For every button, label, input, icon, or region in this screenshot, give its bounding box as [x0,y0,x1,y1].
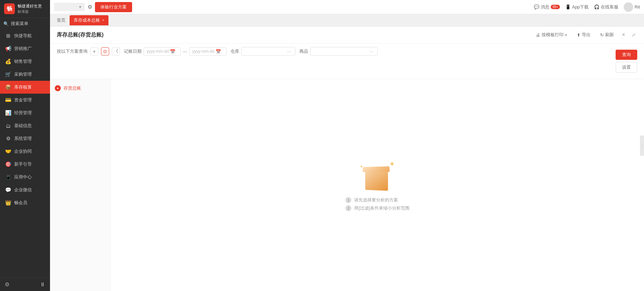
right-panel-toggle[interactable]: › [640,136,644,156]
home-tab-label: 首页 [57,17,66,23]
calendar-icon-start: 📅 [170,49,175,54]
system-icon: ⚙ [5,136,11,142]
operation-icon: 📊 [5,110,11,116]
hint-text-2: 用[过滤]条件来缩小分析范围 [354,205,409,211]
avatar-img [624,2,633,12]
content-split: ● 存货总账 ✦ [50,79,644,291]
page-close-btn[interactable]: × [621,30,626,39]
sidebar-logo: 畅 畅捷通好生意 标准版 [0,0,50,18]
page-header: 库存总账(存货总账) 🖨 按模板打印 ▾ ⬆ 导出 ↻ 刷新 × ⤢ [50,26,644,44]
date-start-input[interactable]: yyyy-mm-dd 📅 [144,47,181,56]
product-select[interactable]: ··· [310,47,378,56]
main-data-area: ✦ ✦ 1 请先选择要分析的方案 2 用[过滤]条件来缩小分析范围 [111,79,644,291]
filter-settings-btn[interactable]: ⊙ [101,47,109,55]
messages-btn[interactable]: 💬 消息 99+ [534,4,560,10]
base-icon: 🗂 [5,123,11,129]
tab-inventory-cost[interactable]: 库存成本总账 × [70,15,108,25]
date-filter-field: 记账日期 yyyy-mm-dd 📅 — yyyy-mm-dd 📅 [124,47,226,56]
sidebar-item-label: 经营管理 [14,110,32,116]
filter-collapse-btn[interactable]: 《 [112,47,120,55]
sidebar-item-label: 库存核算 [14,84,32,90]
wechat-icon: 💬 [5,187,11,193]
filter-add-btn[interactable]: + [90,47,98,55]
warehouse-label: 仓库 [230,48,239,54]
warehouse-filter-field: 仓库 ··· [230,47,295,56]
member-icon: 👑 [5,200,11,206]
sidebar-item-label: 快捷导航 [14,33,32,39]
sidebar-item-quick-nav[interactable]: ⊞ 快捷导航 [0,29,50,42]
filter-label: 按以下方案查询 [57,48,88,54]
hint-num-2: 2 [345,205,351,211]
date-label: 记账日期 [124,48,142,54]
tab-home[interactable]: 首页 [53,15,70,25]
print-icon: 🖨 [536,32,540,38]
sidebar-search[interactable]: 🔍 搜索菜单 [0,18,50,29]
message-icon: 💬 [534,4,539,9]
warehouse-more-btn[interactable]: ··· [286,49,292,54]
sidebar-item-label: 企业微信 [14,187,32,193]
dropdown-icon[interactable]: ▾ [79,4,81,9]
sidebar-item-label: 应用中心 [14,174,32,180]
headset-icon: 🎧 [594,4,599,9]
filter-query-area: 按以下方案查询 + ⊙ 《 记账日期 yyyy-mm-dd [57,47,612,56]
date-end-placeholder: yyyy-mm-dd [192,49,214,54]
topbar-left: ▾ ⚙ 体验行业方案 [54,2,132,12]
scheme-sidebar: ● 存货总账 [50,79,111,291]
sidebar-item-marketing[interactable]: 📢 营销推广 [0,42,50,55]
scheme-item-label: 存货总账 [64,85,81,91]
scheme-item-stock-ledger[interactable]: ● 存货总账 [50,82,110,94]
sidebar-item-app-center[interactable]: 📱 应用中心 [0,171,50,184]
sidebar-item-purchase[interactable]: 🛒 采购管理 [0,68,50,81]
product-more-btn[interactable]: ··· [368,49,375,54]
query-btn[interactable]: 查询 [616,50,637,60]
sidebar-item-member[interactable]: 👑 畅会员 [0,196,50,209]
purchase-icon: 🛒 [5,71,11,77]
online-service-btn[interactable]: 🎧 在线客服 [594,4,618,10]
page-expand-btn[interactable]: ⤢ [630,31,637,39]
enterprise-icon: 🤝 [5,148,11,154]
refresh-btn[interactable]: ↻ 刷新 [597,30,617,39]
warehouse-select[interactable]: ··· [241,47,295,56]
app-download-btn[interactable]: 📱 App下载 [565,4,589,10]
empty-sparkle: ✦ [389,160,395,168]
main-content: ▾ ⚙ 体验行业方案 💬 消息 99+ 📱 App下载 🎧 在线客服 Rit [50,0,644,291]
sidebar-item-operation[interactable]: 📊 经营管理 [0,106,50,119]
empty-hints: 1 请先选择要分析的方案 2 用[过滤]条件来缩小分析范围 [345,197,409,211]
sidebar-item-system[interactable]: ⚙ 系统管理 [0,132,50,145]
sidebar-item-finance[interactable]: 💳 资金管理 [0,94,50,106]
sidebar-audio-icon[interactable]: ⏸ [40,282,45,288]
tab-close-icon[interactable]: × [102,18,104,23]
search-icon: 🔍 [3,21,9,26]
finance-icon: 💳 [5,97,11,103]
export-btn[interactable]: ⬆ 导出 [574,30,593,39]
trial-btn[interactable]: 体验行业方案 [95,2,132,12]
active-tab-label: 库存成本总账 [74,17,100,23]
inventory-icon: 📦 [5,84,11,90]
sidebar-item-enterprise[interactable]: 🤝 企业协同 [0,145,50,158]
sidebar-item-inventory[interactable]: 📦 库存核算 [0,81,50,94]
page-title: 库存总账(存货总账) [57,31,104,39]
marketing-icon: 📢 [5,46,11,52]
sidebar-item-sales[interactable]: 💰 销售管理 [0,55,50,68]
sidebar-item-label: 营销推广 [14,46,32,52]
product-filter-field: 商品 ··· [299,47,378,56]
sidebar-item-label: 新手引导 [14,161,32,167]
add-icon: + [93,49,96,54]
sidebar-item-newbie[interactable]: 🎯 新手引导 [0,158,50,171]
sidebar-item-wechat[interactable]: 💬 企业微信 [0,184,50,196]
user-avatar[interactable]: Rit [624,2,640,12]
date-separator: — [183,49,187,54]
empty-box-lid [363,166,390,172]
app-logo-icon: 畅 [4,3,15,14]
set-btn[interactable]: 设置 [616,62,637,73]
date-end-input[interactable]: yyyy-mm-dd 📅 [189,47,226,56]
print-btn[interactable]: 🖨 按模板打印 ▾ [533,30,570,39]
topbar-settings-icon[interactable]: ⚙ [88,4,92,10]
circle-icon: ⊙ [103,49,107,54]
breadcrumb-text [57,4,78,10]
query-actions: 查询 设置 [616,47,637,75]
sidebar-settings-icon[interactable]: ⚙ [5,281,9,288]
app-center-icon: 📱 [5,174,11,180]
sales-icon: 💰 [5,58,11,65]
sidebar-item-base[interactable]: 🗂 基础信息 [0,119,50,132]
